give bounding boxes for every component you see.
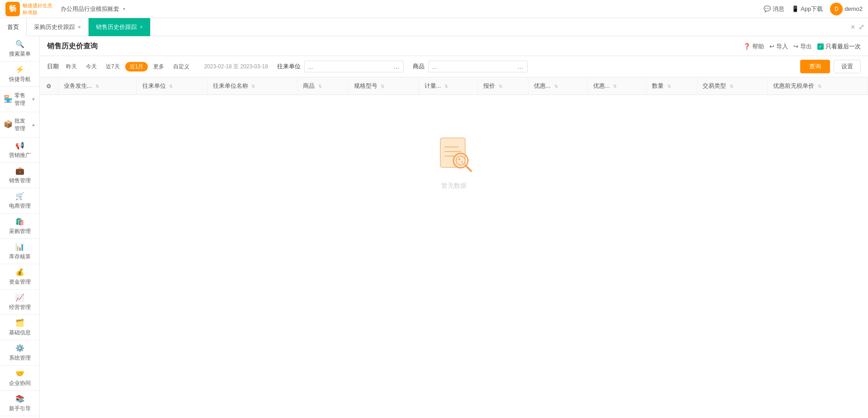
last1m-btn[interactable]: 近1月 — [125, 62, 148, 71]
col-partner-name[interactable]: 往来单位名称 ⇅ — [207, 77, 297, 95]
sidebar-item-enterprise-collab[interactable]: 🤝 企业协同 — [0, 366, 39, 391]
more-btn[interactable]: 更多 — [150, 62, 168, 71]
export-btn[interactable]: ↪ 导出 — [793, 43, 812, 51]
sidebar-item-quick-nav[interactable]: ⚡ 快捷导航 — [0, 62, 39, 87]
custom-btn[interactable]: 自定义 — [170, 62, 193, 71]
today-btn[interactable]: 今天 — [82, 62, 100, 71]
tab-home[interactable]: 首页 — [0, 18, 27, 36]
logo-text: 畅捷通好生意 标准版 — [23, 2, 52, 15]
col-partner-code[interactable]: 往来单位 ⇅ — [137, 77, 207, 95]
svg-point-7 — [458, 158, 460, 160]
col-spec[interactable]: 规格型号 ⇅ — [348, 77, 419, 95]
sort-arrows-partner-name: ⇅ — [251, 84, 255, 89]
sidebar-item-ecommerce[interactable]: 🛒 电商管理 — [0, 188, 39, 214]
sidebar-item-new-guide[interactable]: 📚 新手引导 — [0, 391, 39, 416]
sort-arrows-unit: ⇅ — [444, 84, 448, 89]
data-table: ⚙ 业务发生... ⇅ 往来单位 ⇅ 往来单位名称 ⇅ — [40, 77, 868, 95]
partner-label: 往来单位 — [277, 62, 301, 71]
help-icon: ❓ — [743, 43, 750, 50]
tab-sales-history[interactable]: 销售历史价跟踪 × — [89, 18, 151, 36]
search-button[interactable]: 查询 — [800, 60, 830, 73]
inventory-icon: 📊 — [15, 242, 24, 251]
col-product[interactable]: 商品 ⇅ — [297, 77, 348, 95]
purchase-icon: 🛍️ — [15, 217, 24, 226]
tab-sales-close[interactable]: × — [140, 24, 143, 30]
sidebar-item-business[interactable]: 📈 经营管理 — [0, 290, 39, 315]
sidebar-item-marketing[interactable]: 📢 营销推广 — [0, 138, 39, 163]
user-menu[interactable]: D demo2 — [830, 3, 863, 15]
sort-arrows-pretax-price: ⇅ — [818, 84, 821, 89]
message-btn[interactable]: 💬 消息 — [764, 5, 784, 13]
tab-purchase-close[interactable]: × — [78, 24, 81, 30]
col-quantity[interactable]: 数量 ⇅ — [646, 77, 697, 95]
last7-btn[interactable]: 近7天 — [102, 62, 123, 71]
basic-info-icon: 🗂️ — [15, 318, 24, 327]
col-biz-date[interactable]: 业务发生... ⇅ — [58, 77, 137, 95]
sidebar-item-finance[interactable]: 💰 资金管理 — [0, 264, 39, 290]
system-icon: ⚙️ — [15, 344, 24, 352]
product-dots-btn[interactable]: ... — [517, 62, 523, 71]
date-filter-group: 日期 昨天 今天 近7天 近1月 更多 自定义 — [47, 62, 193, 71]
svg-point-8 — [462, 162, 463, 163]
svg-line-6 — [466, 166, 471, 171]
partner-filter-group: 往来单位 ... — [277, 61, 404, 72]
sidebar-label-basic-info: 基础信息 — [9, 329, 31, 337]
date-range-text: 2023-02-18 至 2023-03-18 — [204, 63, 268, 71]
sidebar-label-sales: 销售管理 — [9, 177, 31, 185]
mobile-icon: 📱 — [792, 5, 799, 12]
empty-state: 暂无数据 — [40, 95, 868, 226]
dropdown-icon[interactable]: ▾ — [123, 6, 125, 11]
tabbar: 首页 采购历史价跟踪 × 销售历史价跟踪 × × ⤢ — [0, 18, 868, 36]
date-buttons: 昨天 今天 近7天 近1月 更多 自定义 — [62, 62, 193, 71]
sidebar-label-marketing: 营销推广 — [9, 152, 31, 159]
sidebar-item-search-menu[interactable]: 🔍 搜索菜单 — [0, 36, 39, 62]
tab-purchase-history[interactable]: 采购历史价跟踪 × — [27, 18, 89, 36]
import-btn[interactable]: ↩ 导入 — [769, 43, 788, 51]
filter-right: 查询 设置 — [800, 60, 861, 73]
sidebar-item-retail[interactable]: 🏪 零售管理 ▼ — [0, 87, 39, 112]
finance-icon: 💰 — [15, 268, 24, 276]
retail-icon: 🏪 — [4, 95, 13, 103]
col-pretax-price[interactable]: 优惠前无税单价 ⇅ — [768, 77, 868, 95]
product-input[interactable] — [432, 63, 518, 70]
sidebar-item-basic-info[interactable]: 🗂️ 基础信息 — [0, 315, 39, 340]
empty-illustration — [431, 131, 476, 176]
table-header-row: ⚙ 业务发生... ⇅ 往来单位 ⇅ 往来单位名称 ⇅ — [40, 77, 868, 95]
sidebar-label-guide: 新手引导 — [9, 405, 31, 413]
expand-btn[interactable]: ⤢ — [859, 23, 864, 31]
close-all-tabs-btn[interactable]: × — [851, 23, 855, 31]
sidebar-item-inventory[interactable]: 📊 库存核算 — [0, 239, 39, 264]
col-unit[interactable]: 计量... ⇅ — [419, 77, 477, 95]
export-icon: ↪ — [793, 43, 798, 50]
only-last-checkbox[interactable]: ✓ 只看最后一次 — [817, 43, 861, 51]
partner-dots-btn[interactable]: ... — [393, 62, 399, 71]
col-discount1[interactable]: 优惠... ⇅ — [528, 77, 587, 95]
sort-arrows-quote: ⇅ — [499, 84, 502, 89]
app-download-btn[interactable]: 📱 App下载 — [792, 5, 823, 13]
date-label: 日期 — [47, 62, 59, 71]
sidebar-label-search-menu: 搜索菜单 — [9, 50, 31, 58]
wholesale-arrow-icon: ▲ — [31, 122, 36, 127]
col-trade-type[interactable]: 交易类型 ⇅ — [697, 77, 768, 95]
search-icon: 🔍 — [15, 40, 24, 48]
help-btn[interactable]: ❓ 帮助 — [743, 43, 764, 51]
sidebar-item-system[interactable]: ⚙️ 系统管理 — [0, 340, 39, 366]
logo-icon: 畅 — [5, 2, 20, 16]
col-quote[interactable]: 报价 ⇅ — [478, 77, 528, 95]
sidebar-item-purchase[interactable]: 🛍️ 采购管理 — [0, 214, 39, 239]
sort-arrows-product: ⇅ — [318, 84, 322, 89]
sidebar-item-wholesale[interactable]: 📦 批发管理 ▲ — [0, 112, 39, 138]
sidebar-label-quick-nav: 快捷导航 — [9, 76, 31, 83]
sidebar-item-app-center[interactable]: 📱 应用中心 — [0, 416, 39, 418]
sidebar-item-sales[interactable]: 💼 销售管理 — [0, 163, 39, 188]
col-gear[interactable]: ⚙ — [40, 77, 58, 95]
date-range-display: 2023-02-18 至 2023-03-18 — [202, 63, 268, 71]
table-gear-icon[interactable]: ⚙ — [46, 83, 52, 90]
partner-input[interactable] — [308, 63, 394, 70]
settings-button[interactable]: 设置 — [834, 60, 861, 73]
col-discount2[interactable]: 优惠... ⇅ — [587, 77, 646, 95]
sidebar: 🔍 搜索菜单 ⚡ 快捷导航 🏪 零售管理 ▼ 📦 批发管理 ▲ 📢 营销推广 💼… — [0, 36, 40, 418]
sort-arrows-spec: ⇅ — [381, 84, 384, 89]
filter-row: 日期 昨天 今天 近7天 近1月 更多 自定义 2023-02-18 至 202… — [40, 56, 868, 77]
yesterday-btn[interactable]: 昨天 — [62, 62, 80, 71]
